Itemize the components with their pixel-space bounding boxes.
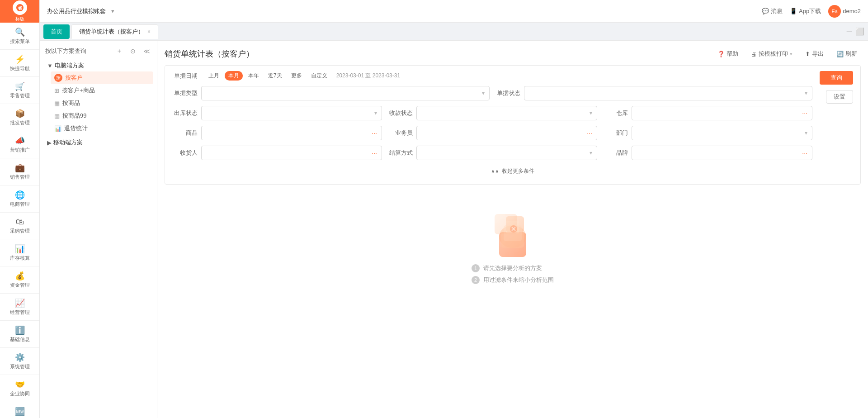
warehouse-select[interactable]: ··· [632, 106, 812, 120]
collapse-button[interactable]: ∧∧ 收起更多条件 [172, 164, 853, 179]
department-chevron: ▾ [805, 130, 807, 136]
sidebar-item-quick-nav[interactable]: ⚡ 快捷导航 [0, 50, 39, 77]
tree-pc-schemes[interactable]: ▼ 电脑端方案 [43, 60, 153, 71]
operations-icon: 📈 [15, 298, 25, 308]
department-select[interactable]: ▾ [632, 126, 812, 140]
date-tab-7days[interactable]: 近7天 [264, 71, 286, 81]
goods-dots[interactable]: ··· [372, 129, 377, 137]
sidebar-item-sales-mgmt[interactable]: 💼 销售管理 [0, 158, 39, 185]
scheme-by-goods-99[interactable]: ▦ 按商品99 [51, 109, 153, 122]
empty-tips: 1 请先选择要分析的方案 2 用过滤条件来缩小分析范围 [472, 264, 554, 288]
message-button[interactable]: 💬 消息 [762, 7, 783, 15]
settlement-select[interactable]: ▾ [416, 146, 597, 160]
sidebar-item-wholesale[interactable]: 📦 批发管理 [0, 104, 39, 131]
settings-button[interactable]: 设置 [826, 90, 853, 104]
collapse-panel-button[interactable]: ≪ [142, 46, 151, 56]
scheme-by-goods[interactable]: ▦ 按商品 [51, 97, 153, 109]
tab-home[interactable]: 首页 [43, 24, 70, 39]
salesperson-select[interactable]: ··· [416, 126, 597, 140]
sidebar-item-operations[interactable]: 📈 经营管理 [0, 294, 39, 321]
print-button[interactable]: 🖨 按模板打印 ▾ [747, 48, 796, 60]
topbar-dropdown-icon[interactable]: ▾ [111, 8, 114, 14]
scheme-by-customer-goods[interactable]: ⊞ 按客户+商品 [51, 84, 153, 97]
date-tab-more[interactable]: 更多 [288, 71, 306, 81]
export-label: 导出 [812, 50, 824, 58]
warehouse-dots[interactable]: ··· [802, 109, 807, 117]
warehouse-label: 仓库 [603, 109, 628, 117]
tab-home-label: 首页 [51, 28, 62, 36]
sidebar-label-wholesale: 批发管理 [10, 119, 30, 126]
scheme-refund-icon: 📊 [54, 125, 61, 132]
sidebar-item-ecommerce[interactable]: 🌐 电商管理 [0, 185, 39, 213]
out-status-select[interactable]: ▾ [201, 106, 382, 120]
goods-label: 商品 [172, 129, 198, 137]
refresh-button[interactable]: 🔄 刷新 [833, 48, 861, 60]
tree-mobile-schemes[interactable]: ▶ 移动端方案 [43, 137, 153, 148]
inventory-icon: 📊 [15, 244, 25, 254]
tab-minimize-icon[interactable]: ─ [847, 28, 852, 36]
order-status-select[interactable]: ▾ [524, 86, 812, 100]
user-initials: Ea [832, 9, 838, 14]
sidebar-item-basic-info[interactable]: ℹ️ 基础信息 [0, 321, 39, 348]
sidebar-item-search[interactable]: 🔍 搜索菜单 [0, 23, 39, 50]
salesperson-label: 业务员 [387, 129, 413, 137]
receiver-dots[interactable]: ··· [372, 149, 377, 157]
print-dropdown-icon[interactable]: ▾ [790, 51, 793, 57]
query-button[interactable]: 查询 [820, 71, 853, 85]
salesperson-dots[interactable]: ··· [587, 129, 592, 137]
sidebar-item-finance[interactable]: 💰 资金管理 [0, 266, 39, 294]
topbar-right: 💬 消息 📱 App下载 Ea demo2 [762, 5, 861, 18]
tab-maximize-icon[interactable]: ⬜ [855, 27, 864, 36]
tip-num-2: 2 [472, 276, 480, 284]
left-panel: 按以下方案查询 ＋ ⊙ ≪ ▼ 电脑端方案 按 按客户 [40, 41, 157, 418]
search-icon: 🔍 [15, 27, 25, 37]
help-label: 帮助 [726, 50, 738, 58]
app-logo[interactable]: 畅 标版 [0, 0, 39, 23]
brand-select[interactable]: ··· [632, 146, 812, 160]
export-button[interactable]: ⬆ 导出 [802, 48, 827, 60]
brand-dots[interactable]: ··· [802, 149, 807, 157]
sidebar-label-enterprise: 企业协同 [10, 390, 30, 397]
add-scheme-button[interactable]: ＋ [114, 46, 124, 56]
scheme-cg-label: 按客户+商品 [62, 86, 95, 95]
date-tab-custom[interactable]: 自定义 [307, 71, 331, 81]
sidebar-item-purchase[interactable]: 🛍 采购管理 [0, 213, 39, 239]
message-icon: 💬 [762, 8, 769, 14]
sidebar-label-search: 搜索菜单 [10, 38, 30, 45]
receiver-select[interactable]: ··· [201, 146, 382, 160]
date-tab-thisyear[interactable]: 本年 [245, 71, 263, 81]
payment-status-select[interactable]: ▾ [416, 106, 597, 120]
receiver-label: 收货人 [172, 149, 198, 157]
sidebar-item-system[interactable]: ⚙️ 系统管理 [0, 348, 39, 375]
scheme-by-customer[interactable]: 按 按客户 [51, 71, 153, 84]
goods-select[interactable]: ··· [201, 126, 382, 140]
app-download-label: App下载 [799, 7, 821, 15]
pc-scheme-list: 按 按客户 ⊞ 按客户+商品 ▦ 按商品 ▦ 按商品99 [43, 71, 153, 135]
settlement-cell: 结算方式 ▾ [387, 146, 597, 160]
date-tab-lastmonth[interactable]: 上月 [205, 71, 223, 81]
user-menu[interactable]: Ea demo2 [828, 5, 861, 18]
sidebar-item-guide[interactable]: 🆕 新手引导 [0, 402, 39, 418]
tab-sales-stats-close[interactable]: × [147, 28, 151, 35]
sidebar-item-enterprise[interactable]: 🤝 企业协同 [0, 375, 39, 402]
scheme-refund-stats[interactable]: 📊 退货统计 [51, 122, 153, 135]
edit-scheme-button[interactable]: ⊙ [128, 46, 138, 56]
collapse-label: 收起更多条件 [502, 167, 534, 175]
help-button[interactable]: ❓ 帮助 [714, 48, 742, 60]
sidebar-item-retail[interactable]: 🛒 零售管理 [0, 77, 39, 104]
sidebar-item-inventory[interactable]: 📊 库存核算 [0, 239, 39, 266]
scheme-tree: ▼ 电脑端方案 按 按客户 ⊞ 按客户+商品 ▦ 按商品 [40, 60, 157, 148]
ecommerce-icon: 🌐 [15, 190, 25, 200]
sidebar-item-marketing[interactable]: 📣 营销推广 [0, 131, 39, 158]
page-actions: ❓ 帮助 🖨 按模板打印 ▾ ⬆ 导出 🔄 刷新 [714, 48, 861, 60]
sidebar-label-inventory: 库存核算 [10, 255, 30, 261]
payment-status-cell: 收款状态 ▾ [387, 106, 597, 120]
refresh-label: 刷新 [845, 50, 857, 58]
export-icon: ⬆ [805, 51, 810, 57]
app-download-button[interactable]: 📱 App下载 [790, 7, 821, 15]
app-download-icon: 📱 [790, 8, 797, 14]
date-tab-thismonth[interactable]: 本月 [225, 71, 243, 81]
left-panel-icons: ＋ ⊙ ≪ [114, 46, 151, 56]
order-type-select[interactable]: ▾ [201, 86, 490, 100]
tab-sales-stats[interactable]: 销货单统计表（按客户） × [71, 24, 158, 39]
